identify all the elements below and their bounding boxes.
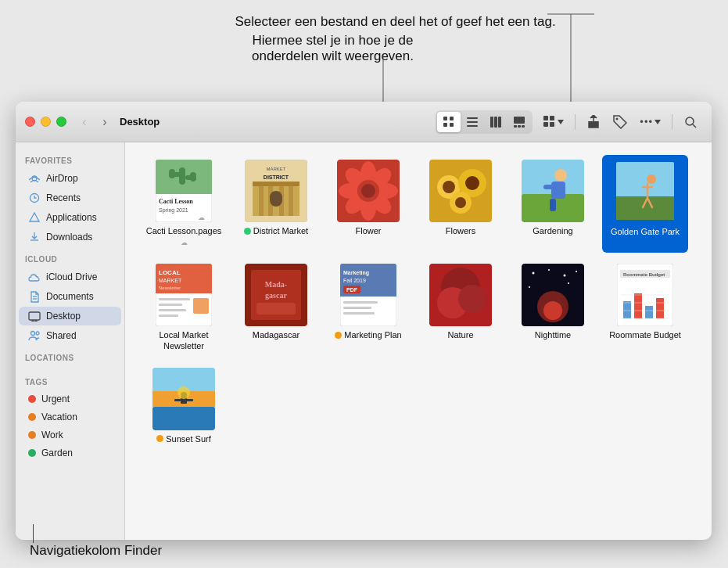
share-button[interactable] xyxy=(582,110,605,134)
svg-point-22 xyxy=(616,117,619,120)
sidebar-item-icloud-drive[interactable]: iCloud Drive xyxy=(19,268,121,286)
file-item-marketing[interactable]: Marketing Fall 2019 PDF Marketing Plan xyxy=(325,259,411,357)
downloads-icon xyxy=(28,231,41,243)
svg-rect-85 xyxy=(156,290,212,293)
svg-text:PDF: PDF xyxy=(346,287,358,293)
svg-rect-6 xyxy=(450,123,454,127)
file-item-nighttime[interactable]: Nighttime xyxy=(510,259,596,357)
view-columns-button[interactable] xyxy=(484,112,507,132)
vacation-label: Vacation xyxy=(41,412,77,422)
close-button[interactable] xyxy=(25,117,35,127)
forward-button[interactable]: › xyxy=(96,113,113,131)
svg-rect-53 xyxy=(270,191,282,207)
svg-rect-101 xyxy=(340,293,396,297)
flowers-thumbnail xyxy=(429,160,492,222)
svg-rect-17 xyxy=(543,116,548,120)
file-item-nature[interactable]: Nature xyxy=(418,259,504,357)
fullscreen-button[interactable] xyxy=(56,117,66,127)
svg-rect-128 xyxy=(656,298,664,318)
sidebar-item-work[interactable]: Work xyxy=(19,426,121,444)
sidebar-item-airdrop[interactable]: AirDrop xyxy=(19,169,121,188)
garden-label: Garden xyxy=(41,448,73,458)
svg-rect-77 xyxy=(551,182,565,199)
svg-rect-106 xyxy=(343,301,378,304)
cacti-name: Cacti Lesson.pages ☁ xyxy=(145,225,223,248)
svg-point-112 xyxy=(458,285,486,313)
svg-text:Mada-: Mada- xyxy=(265,280,287,289)
svg-rect-19 xyxy=(543,122,548,127)
marketing-name: Marketing Plan xyxy=(335,329,401,340)
view-gallery-button[interactable] xyxy=(507,112,531,132)
sidebar-item-recents[interactable]: Recents xyxy=(19,189,121,207)
svg-rect-40 xyxy=(169,169,175,178)
svg-rect-52 xyxy=(289,186,293,216)
svg-point-140 xyxy=(178,386,190,399)
roommate-thumbnail: Roommate Budget xyxy=(614,264,676,326)
svg-point-73 xyxy=(455,197,466,208)
svg-point-118 xyxy=(564,274,566,276)
svg-rect-93 xyxy=(193,298,209,314)
view-list-button[interactable] xyxy=(461,112,484,132)
content-area: Favorites AirDrop xyxy=(16,142,712,540)
sort-dropdown[interactable] xyxy=(539,113,568,131)
file-item-golden[interactable]: Golden Gate Park xyxy=(602,155,688,253)
svg-text:Cacti Lesson: Cacti Lesson xyxy=(159,198,193,205)
urgent-label: Urgent xyxy=(41,394,70,404)
sunset-badge xyxy=(156,435,163,442)
marketing-thumbnail: Marketing Fall 2019 PDF xyxy=(337,264,400,326)
sidebar-item-garden[interactable]: Garden xyxy=(19,444,121,462)
svg-text:LOCAL: LOCAL xyxy=(159,269,181,276)
file-item-madagascar[interactable]: Mada- gascar Madagascar xyxy=(233,259,319,357)
sidebar-item-downloads[interactable]: Downloads xyxy=(19,228,121,246)
annotation-line3: onderdelen wilt weergeven. xyxy=(252,49,414,64)
search-button[interactable] xyxy=(679,110,702,134)
shared-label: Shared xyxy=(46,330,77,341)
file-item-district[interactable]: DISTRICT MARKET District Market xyxy=(233,155,319,253)
file-item-sunset[interactable]: Sunset Surf xyxy=(141,363,227,449)
sidebar-item-documents[interactable]: Documents xyxy=(19,287,121,306)
sunset-thumbnail xyxy=(152,368,215,430)
svg-rect-18 xyxy=(550,116,554,120)
view-icons-button[interactable] xyxy=(437,112,461,132)
airdrop-icon xyxy=(28,172,41,185)
finder-window: ‹ › Desktop xyxy=(16,102,712,540)
file-item-cacti[interactable]: Cacti Lesson Spring 2021 ☁ Cacti Lesson.… xyxy=(141,155,227,253)
file-item-roommate[interactable]: Roommate Budget Roommate Budget xyxy=(602,259,688,357)
svg-rect-7 xyxy=(467,117,478,119)
svg-rect-98 xyxy=(256,303,296,315)
sidebar-item-urgent[interactable]: Urgent xyxy=(19,390,121,408)
file-item-gardening[interactable]: Gardening xyxy=(510,155,596,253)
svg-rect-92 xyxy=(159,315,178,317)
sidebar-item-applications[interactable]: Applications xyxy=(19,208,121,227)
roommate-name: Roommate Budget xyxy=(609,329,681,340)
tag-button[interactable] xyxy=(608,110,632,134)
bottom-callout-container: Navigatiekolom Finder xyxy=(30,524,162,559)
more-button[interactable]: ••• xyxy=(635,113,665,130)
sidebar-item-desktop[interactable]: Desktop xyxy=(19,307,121,325)
sidebar-item-vacation[interactable]: Vacation xyxy=(19,408,121,426)
svg-rect-91 xyxy=(159,309,186,311)
back-button[interactable]: ‹ xyxy=(76,113,93,131)
desktop-label: Desktop xyxy=(46,311,81,322)
local-market-thumbnail: LOCAL MARKET Newsletter xyxy=(152,264,215,326)
file-grid: Cacti Lesson Spring 2021 ☁ Cacti Lesson.… xyxy=(125,142,712,540)
svg-rect-78 xyxy=(543,185,554,189)
file-item-flower[interactable]: Flower xyxy=(325,155,411,253)
cacti-thumbnail: Cacti Lesson Spring 2021 ☁ xyxy=(152,160,215,222)
file-item-local-market[interactable]: LOCAL MARKET Newsletter Local Market New… xyxy=(141,259,227,357)
svg-rect-107 xyxy=(343,307,371,309)
svg-point-33 xyxy=(31,332,35,336)
desktop-icon xyxy=(28,310,41,322)
airdrop-label: AirDrop xyxy=(46,173,78,184)
flower-thumbnail xyxy=(337,160,400,222)
district-thumbnail: DISTRICT MARKET xyxy=(245,160,307,222)
svg-text:Newsletter: Newsletter xyxy=(159,286,181,290)
icloud-drive-label: iCloud Drive xyxy=(46,271,97,282)
svg-rect-127 xyxy=(645,306,653,318)
minimize-button[interactable] xyxy=(41,117,51,127)
svg-point-72 xyxy=(465,176,479,190)
svg-point-121 xyxy=(529,286,530,288)
sidebar-item-shared[interactable]: Shared xyxy=(19,326,121,345)
svg-rect-8 xyxy=(467,121,478,123)
file-item-flowers[interactable]: Flowers xyxy=(418,155,504,253)
